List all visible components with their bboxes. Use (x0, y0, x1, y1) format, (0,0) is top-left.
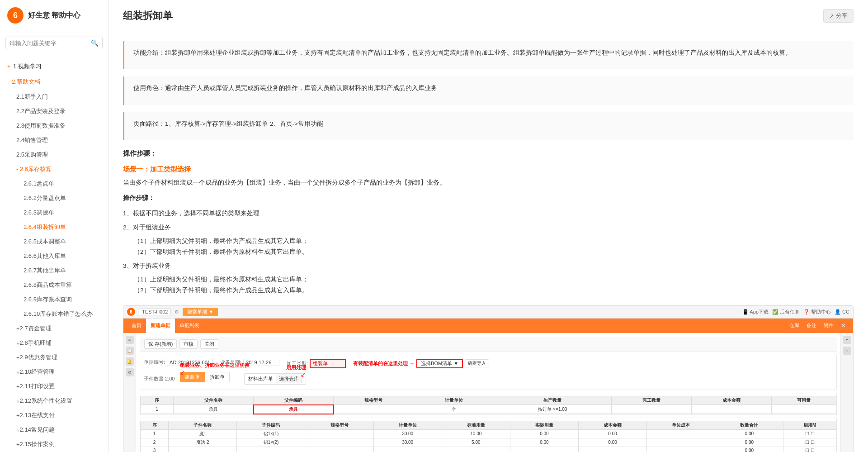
fake-cth-child-name: 子件名称 (169, 421, 237, 429)
fake-app-logo: 6 (127, 308, 135, 316)
function-intro-text: 功能介绍：组装拆卸单用来处理企业组装或拆卸等加工业务，支持有固定装配清单的产品加… (133, 48, 844, 58)
fake-th-spec: 规格型号 (334, 396, 414, 405)
fake-right-icon-2[interactable]: ↕ (843, 347, 851, 355)
fake-tb-close[interactable]: 关闭 (200, 339, 218, 349)
fake-icon-1[interactable]: ≡ (126, 336, 134, 344)
fake-cth-actual-qty: 实际用量 (510, 421, 578, 429)
fake-value-type[interactable]: 组装单 (310, 359, 346, 368)
fake-nav-side-item1: 仓库 (786, 322, 803, 329)
sidebar-item-cases[interactable]: + 2.15操作案例 (0, 437, 108, 452)
fake-nav-current[interactable]: 新建单据 (146, 319, 175, 333)
fake-icon-4[interactable]: ⚙ (126, 368, 134, 376)
function-intro-block: 功能介绍：组装拆卸单用来处理企业组装或拆卸等加工业务，支持有固定装配清单的产品加… (123, 41, 854, 69)
step2: 2、对于组装业务 (123, 222, 854, 233)
fake-tb-confirm[interactable]: 确定导入 (465, 359, 489, 367)
step3-2: （2）下部明细为子件明细，最终作为产成品生成其它入库单。 (123, 285, 854, 296)
sidebar-item-video[interactable]: + 1.视频学习 (0, 59, 108, 74)
sidebar-subsub-label: 2.6.5成本调整单 (24, 238, 66, 246)
sidebar-item-cost-recalc[interactable]: 2.6.8商品成本重算 (0, 278, 108, 292)
sidebar-item-online-payment[interactable]: + 2.13在线支付 (0, 408, 108, 423)
fake-tb-save[interactable]: 保 存(新增) (144, 339, 177, 349)
fake-annotation3-container: 启用处理 ↙ (286, 364, 306, 378)
expand-icon: + (16, 354, 20, 361)
fake-nav-list[interactable]: 单据列表 (175, 319, 204, 333)
fake-bom-select[interactable]: 选择BOM清单 ▼ (416, 359, 463, 368)
sidebar-item-install[interactable]: 2.2产品安装及登录 (0, 104, 108, 119)
fake-cth-spec: 规格型号 (305, 421, 373, 429)
fake-icon-3[interactable]: 🔔 (126, 357, 134, 366)
sidebar-item-help[interactable]: - 2.帮助文档 (0, 74, 108, 90)
sidebar-item-faq[interactable]: + 2.14常见问题 (0, 423, 108, 437)
fake-annotation1-area: 有装配清单的在这里处理 → 选择BOM清单 ▼ 确定导入 (353, 359, 489, 368)
sidebar-item-other-outbound[interactable]: 2.6.7其他出库单 (0, 263, 108, 278)
search-box[interactable]: 🔍 (5, 37, 103, 49)
sidebar-item-coupon[interactable]: + 2.9优惠券管理 (0, 350, 108, 365)
fake-search-btn[interactable]: 搜索单据 ▼ (183, 308, 218, 316)
sidebar-item-operation[interactable]: + 2.10经营管理 (0, 365, 108, 379)
fake-arrow-right: → (410, 361, 415, 366)
sidebar-subsub-label: 2.6.4组装拆卸单 (24, 223, 66, 231)
sidebar-item-purchase[interactable]: 2.5采购管理 (0, 147, 108, 162)
fake-th-cost: 成本金额 (692, 396, 772, 405)
sidebar-sub-label: 2.14常见问题 (20, 426, 55, 434)
fake-cth-cost: 成本金额 (578, 421, 646, 429)
sidebar-sub-label: 2.3使用前数据准备 (16, 122, 66, 130)
sidebar-item-sales[interactable]: 2.4销售管理 (0, 133, 108, 147)
sidebar-sub-label: 2.7资金管理 (20, 324, 52, 333)
fake-td-unit: 个 (414, 405, 494, 414)
search-input[interactable] (9, 40, 91, 47)
steps-label: 操作步骤： (123, 193, 854, 204)
sidebar-item-inventory[interactable]: - 2.6库存核算 (0, 162, 108, 176)
step2-2: （2）下部明细为子件明细，最终作为原材料生成其它出库单。 (123, 247, 854, 257)
page-path-block: 页面路径：1、库存核算->库存管理->组装拆卸单 2、首页->常用功能 (123, 112, 854, 140)
fake-cth-total-qty: 数量合计 (715, 421, 783, 429)
expand-icon: + (16, 340, 20, 347)
sidebar-item-transfer[interactable]: 2.6.3调拨单 (0, 205, 108, 220)
fake-th-prod-qty: 生产数量 (494, 396, 611, 405)
fake-company: TEST-H002 (139, 308, 171, 315)
main-content: 组装拆卸单 ↗ 分享 功能介绍：组装拆卸单用来处理企业组装或拆卸等加工业务，支持… (108, 0, 868, 452)
operations-title: 操作步骤： (123, 149, 854, 158)
app-logo: 6 (7, 7, 24, 24)
fake-td-seq: 1 (141, 405, 174, 414)
sidebar-sub-label: 2.6库存核算 (20, 165, 52, 173)
fake-settings-icon: ⚙ (175, 309, 179, 315)
fake-child-table-area: ↑ 无固定清单可在组装在这里录入 序 子件名称 子件编码 规格型号 (140, 418, 837, 452)
sidebar-item-finance[interactable]: + 2.7资金管理 (0, 321, 108, 336)
fake-th-seq: 序 (141, 396, 174, 405)
sidebar-subsub-label: 2.6.10库存账本错了怎么办 (24, 310, 93, 318)
sidebar-subsub-label: 2.6.1盘点单 (24, 180, 54, 188)
fake-topbar: 6 TEST-H002 ⚙ 搜索单据 ▼ 📱 App下载 ✅ 后台任务 ❓ 帮助… (123, 306, 853, 319)
sidebar-item-customization[interactable]: + 2.12系统个性化设置 (0, 394, 108, 408)
fake-cth-seq: 序 (141, 421, 169, 429)
sidebar-item-ledger-fix[interactable]: 2.6.10库存账本错了怎么办 (0, 307, 108, 321)
fake-tb-audit[interactable]: 审核 (179, 339, 198, 349)
fake-annotation2-container: 组装业务、拆卸业务在这里切换 ↙ (180, 362, 250, 376)
share-button[interactable]: ↗ 分享 (823, 9, 854, 23)
fake-right-icon-1[interactable]: + (843, 336, 851, 344)
collapse-icon: - (7, 79, 9, 85)
sidebar-item-mobile[interactable]: + 2.8手机旺铺 (0, 336, 108, 350)
step1: 1、根据不同的业务，选择不同单据的类型来处理 (123, 208, 854, 219)
sidebar-item-ledger[interactable]: 2.6.9库存账本查询 (0, 292, 108, 307)
sidebar-item-assembly[interactable]: 2.6.4组装拆卸单 (0, 220, 108, 234)
fake-icon-2[interactable]: 📋 (126, 347, 134, 355)
sidebar-item-cost-adjust[interactable]: 2.6.5成本调整单 (0, 234, 108, 249)
fake-nav-home[interactable]: 首页 (127, 319, 146, 333)
sidebar-item-newbie[interactable]: 2.1新手入门 (0, 90, 108, 104)
screenshot-container: 6 TEST-H002 ⚙ 搜索单据 ▼ 📱 App下载 ✅ 后台任务 ❓ 帮助… (123, 305, 854, 452)
sidebar-item-data-prep[interactable]: 2.3使用前数据准备 (0, 119, 108, 133)
fake-annotation2-text: 组装业务、拆卸业务在这里切换 (180, 362, 250, 369)
fake-nav-side-close[interactable]: ✕ (837, 322, 849, 329)
sidebar-sub-label: 2.2产品安装及登录 (16, 107, 66, 115)
sidebar: 6 好生意 帮助中心 🔍 + 1.视频学习 - 2.帮助文档 2.1新手入门 2… (0, 0, 108, 452)
sidebar-subsub-label: 2.6.2分量盘点单 (24, 194, 66, 202)
expand-icon: + (16, 441, 20, 448)
fake-activation-area: 材料出库单 选择仓库 启用处理 ↙ (244, 373, 306, 385)
sidebar-item-other-inbound[interactable]: 2.6.6其他入库单 (0, 249, 108, 263)
page-header: 组装拆卸单 ↗ 分享 (108, 0, 868, 30)
sidebar-item-stocktake[interactable]: 2.6.1盘点单 (0, 176, 108, 191)
sidebar-item-print[interactable]: + 2.11打印设置 (0, 379, 108, 394)
sidebar-item-partial-stocktake[interactable]: 2.6.2分量盘点单 (0, 191, 108, 205)
sidebar-item-label: 2.帮助文档 (12, 78, 40, 86)
